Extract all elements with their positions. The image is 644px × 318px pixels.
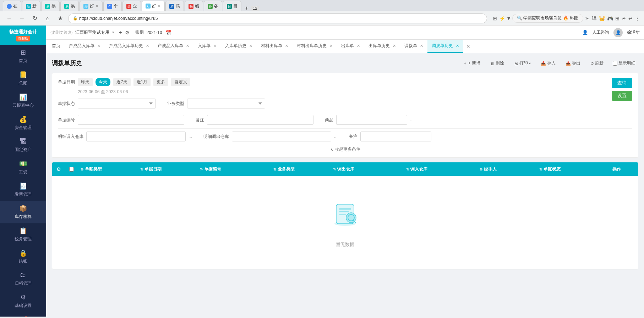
forward-btn[interactable]: → [17, 13, 27, 23]
sidebar-item-inventory[interactable]: 📦 库存核算 [0, 201, 46, 223]
tab-product-inbound-hist[interactable]: 产成品入库单历史 ✕ [105, 40, 153, 53]
new-tab-btn[interactable]: + [244, 5, 250, 11]
tab-close-icon[interactable]: ✕ [456, 44, 459, 48]
query-btn[interactable]: 查询 [612, 78, 632, 88]
biztype-select[interactable]: 普通调拨 [187, 99, 265, 108]
date-today-btn[interactable]: 今天 [95, 78, 110, 86]
table-settings-icon[interactable]: ⚙ [52, 166, 65, 172]
date-yesterday-btn[interactable]: 昨天 [78, 78, 93, 86]
goods-input[interactable] [336, 115, 407, 125]
sidebar-item-asset[interactable]: 🏗 固定资产 [0, 134, 46, 156]
tab-home[interactable]: 首页 [48, 40, 65, 53]
add-company-btn[interactable]: + [119, 29, 122, 36]
date-custom-btn[interactable]: 自定义 [171, 78, 190, 86]
tab-close-icon[interactable]: ✕ [186, 44, 189, 48]
tab-product-inbound2[interactable]: 产成品入库单 ✕ [153, 40, 193, 53]
detail-in-input[interactable] [86, 132, 186, 141]
tab-product-inbound[interactable]: 产成品入库单 ✕ [65, 40, 105, 53]
tab-close-icon[interactable]: ✕ [357, 44, 360, 48]
browser-tab-3[interactable]: 易 易 [41, 1, 60, 11]
th-status[interactable]: ⇅ 单账状态 [536, 166, 610, 172]
browser-tab-7[interactable]: 企 企 [122, 1, 141, 11]
tab-transfer[interactable]: 调拨单 ✕ [400, 40, 427, 53]
th-biztype[interactable]: ⇅ 业务类型 [271, 166, 330, 172]
browser-tab-8[interactable]: 好 好 ✕ [142, 1, 165, 11]
new-btn[interactable]: ＋ + 新增 [459, 59, 484, 68]
tab-material-out-hist[interactable]: 材料出库单历史 ✕ [293, 40, 337, 53]
sidebar-item-fund[interactable]: 💰 资金管理 [0, 112, 46, 134]
tab-close-icon[interactable]: ✕ [285, 44, 288, 48]
th-in[interactable]: ⇅ 调入仓库 [403, 166, 476, 172]
export-btn[interactable]: 📤 导出 [562, 59, 584, 68]
browser-tab-6[interactable]: 个 个 [103, 1, 122, 11]
calendar-icon[interactable]: 📅 [165, 30, 171, 35]
translate-icon[interactable]: 译 [592, 15, 597, 22]
tab-inbound[interactable]: 入库单 ✕ [193, 40, 221, 53]
address-bar[interactable]: 🔒 https://cloud.chanjet.com/accounting/u… [68, 13, 487, 23]
detail-out-more-icon[interactable]: ... [334, 134, 338, 139]
tab-close-icon[interactable]: ✕ [213, 44, 217, 48]
back-btn[interactable]: ← [4, 13, 14, 23]
collapse-btn[interactable]: ∧ 收起更多条件 [330, 146, 360, 152]
browser-tab-4[interactable]: 易 易 [60, 1, 79, 11]
company-dropdown-icon[interactable]: ▾ [112, 30, 114, 35]
lightning-icon[interactable]: ⚡ [499, 16, 505, 21]
tab-close-icon[interactable]: ✕ [249, 44, 252, 48]
refresh-btn[interactable]: ↻ [30, 13, 40, 23]
import-btn[interactable]: 📥 导入 [537, 59, 559, 68]
detail-in-more-icon[interactable]: ... [189, 134, 192, 139]
sun-icon[interactable]: ☀ [622, 16, 626, 21]
print-dropdown-icon[interactable]: ▾ [529, 61, 531, 65]
delete-btn[interactable]: 🗑 删除 [487, 59, 508, 68]
bookmark-btn[interactable]: ★ [55, 13, 65, 23]
browser-tab-12[interactable]: 目 目 [223, 1, 241, 11]
tab-inbound-hist[interactable]: 入库单历史 ✕ [221, 40, 257, 53]
home-nav-btn[interactable]: ⌂ [43, 13, 53, 23]
sidebar-item-home[interactable]: ⊞ 首页 [0, 45, 46, 67]
sidebar-item-report[interactable]: 📊 云报表中心 [0, 90, 46, 112]
th-num[interactable]: ⇅ 单据编号 [197, 166, 270, 172]
gamepad-icon[interactable]: 🎮 [607, 16, 613, 21]
browser-tab-9[interactable]: 腾 腾 [165, 1, 184, 11]
period-value[interactable]: 2021-10 [147, 30, 162, 35]
service-label[interactable]: 人工咨询 [592, 29, 609, 35]
print-btn[interactable]: 🖨 打印 ▾ [511, 59, 534, 68]
close-all-pages-btn[interactable]: ✕ [465, 44, 472, 49]
status-select[interactable]: 草稿 待审核 已审核 [78, 99, 156, 108]
scissors-icon[interactable]: ✂ [585, 16, 590, 21]
refresh-toolbar-btn[interactable]: ↺ 刷新 [587, 59, 607, 68]
ellipsis-icon[interactable]: ⋮ [635, 16, 640, 21]
goods-more-icon[interactable]: ... [410, 117, 414, 122]
browser-tab-11[interactable]: 各 各 [204, 1, 222, 11]
table-select-all[interactable] [65, 167, 78, 172]
date-7days-btn[interactable]: 近7天 [113, 78, 131, 86]
detail-out-input[interactable] [232, 132, 331, 141]
grid-icon[interactable]: ⊞ [615, 16, 620, 21]
sidebar-item-invoice[interactable]: 🧾 发票管理 [0, 179, 46, 201]
note-input[interactable] [207, 115, 313, 125]
browser-tab-10[interactable]: 畅 畅 [185, 1, 203, 11]
th-type[interactable]: ⇅ 单账类型 [78, 166, 137, 172]
extensions-icon[interactable]: ⊞ [493, 16, 497, 21]
username[interactable]: 徐泽华 [627, 29, 640, 35]
search-bar-area[interactable]: 🔍 学霸应聘市场驱鸟员 🔥 热搜 [512, 14, 583, 23]
sidebar-item-archive[interactable]: 🗂 归档管理 [0, 268, 46, 290]
settings-gear-icon[interactable]: ⚙ [125, 30, 130, 35]
browser-menu-btn[interactable]: ▾ [507, 15, 510, 22]
tab-close-icon[interactable]: ✕ [393, 44, 396, 48]
date-1month-btn[interactable]: 近1月 [133, 78, 151, 86]
th-date[interactable]: ⇅ 单据日期 [137, 166, 197, 172]
crown-icon[interactable]: 👑 [599, 16, 605, 21]
undo-icon[interactable]: ↩ [628, 16, 633, 21]
browser-tab-5[interactable]: 好 好 ✕ [80, 1, 103, 11]
tab-outbound[interactable]: 出库单 ✕ [337, 40, 364, 53]
company-name[interactable]: 江西服宝测试专用 [75, 29, 109, 35]
tab-outbound-hist[interactable]: 出库单历史 ✕ [364, 40, 400, 53]
browser-tab-2[interactable]: 新 新 [22, 1, 40, 11]
tab-close-icon[interactable]: ✕ [146, 44, 149, 48]
sidebar-item-guide[interactable]: 🚀 新手引导 [0, 312, 46, 317]
select-all-checkbox[interactable] [69, 167, 74, 172]
browser-tab-1[interactable]: 在 [3, 1, 21, 11]
tab-transfer-hist[interactable]: 调拨单历史 ✕ [427, 40, 463, 53]
note2-input[interactable] [360, 132, 431, 141]
